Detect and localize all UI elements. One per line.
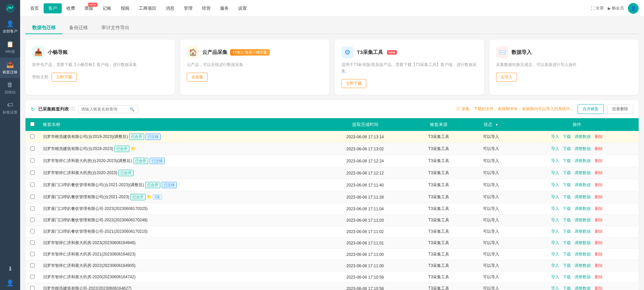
nav-client[interactable]: 客户	[44, 3, 62, 13]
sidebar-item-user[interactable]: 👤	[0, 276, 20, 290]
import-link[interactable]: 导入	[551, 183, 559, 187]
row-checkbox[interactable]	[30, 263, 35, 268]
import-link[interactable]: 导入	[551, 218, 559, 222]
delete-link[interactable]: 删除	[595, 218, 603, 222]
go-import-btn[interactable]: 去导入	[496, 73, 517, 82]
merge-btn[interactable]: 合并账套	[578, 104, 604, 114]
nav-home[interactable]: 首页	[25, 3, 44, 13]
nav-service[interactable]: 服务	[215, 3, 233, 13]
sidebar-item-recycle[interactable]: 🗑 回收站	[0, 78, 20, 98]
nav-manage[interactable]: 管理	[179, 3, 197, 13]
adjust-data-link[interactable]: 调整数据	[575, 195, 591, 199]
nav-business[interactable]: 工商项目	[134, 3, 161, 13]
delete-link[interactable]: 删除	[595, 170, 603, 175]
go-collect-btn[interactable]: 去采集	[187, 73, 208, 82]
import-link[interactable]: 导入	[551, 134, 559, 139]
delete-link[interactable]: 删除	[595, 263, 603, 268]
adjust-data-link[interactable]: 调整数据	[575, 206, 591, 211]
header-checkbox[interactable]	[25, 118, 39, 131]
header-status[interactable]: 状态 ▼	[467, 118, 515, 131]
delete-link[interactable]: 删除	[595, 286, 603, 290]
tab-audit-export[interactable]: 审计文件导出	[95, 22, 136, 33]
delete-link[interactable]: 删除	[595, 275, 603, 279]
nav-accounting[interactable]: 记账	[98, 3, 116, 13]
download-link[interactable]: 下载	[563, 229, 571, 234]
adjust-data-link[interactable]: 调整数据	[575, 286, 591, 290]
nav-invoice[interactable]: 票据 NEW	[80, 3, 98, 13]
download-now-btn[interactable]: 立即下载	[52, 73, 76, 82]
batch-delete-btn[interactable]: 批量删除	[607, 104, 633, 114]
download-link[interactable]: 下载	[563, 170, 571, 175]
tab-data-migrate[interactable]: 数据包迁移	[25, 22, 62, 34]
row-checkbox[interactable]	[30, 170, 35, 175]
adjust-data-link[interactable]: 调整数据	[575, 275, 591, 279]
search-input[interactable]	[81, 107, 128, 112]
import-link[interactable]: 导入	[551, 240, 559, 245]
download-link[interactable]: 下载	[563, 275, 571, 279]
adjust-data-link[interactable]: 调整数据	[575, 240, 591, 245]
folder-icon[interactable]: 📁	[131, 146, 136, 151]
import-link[interactable]: 导入	[551, 286, 559, 290]
adjust-data-link[interactable]: 调整数据	[575, 218, 591, 222]
delete-link[interactable]: 删除	[595, 146, 603, 151]
import-link[interactable]: 导入	[551, 146, 559, 151]
download-link[interactable]: 下载	[563, 218, 571, 222]
help-doc-link[interactable]: 帮助文档	[32, 74, 48, 80]
adjust-data-link[interactable]: 调整数据	[575, 146, 591, 151]
sidebar-item-all-clients[interactable]: 👤 全部客户	[0, 17, 20, 37]
import-link[interactable]: 导入	[551, 252, 559, 257]
row-checkbox[interactable]	[30, 252, 35, 256]
delete-link[interactable]: 删除	[595, 206, 603, 211]
import-link[interactable]: 导入	[551, 206, 559, 211]
nav-message[interactable]: 消息	[161, 3, 179, 13]
row-checkbox[interactable]	[30, 134, 35, 139]
download-link[interactable]: 下载	[563, 158, 571, 163]
import-link[interactable]: 导入	[551, 170, 559, 175]
search-icon[interactable]: 🔍	[129, 107, 135, 112]
adjust-data-link[interactable]: 调整数据	[575, 158, 591, 163]
row-checkbox[interactable]	[30, 183, 35, 187]
download-link[interactable]: 下载	[563, 146, 571, 151]
adjust-data-link[interactable]: 调整数据	[575, 263, 591, 268]
delete-link[interactable]: 删除	[595, 134, 603, 139]
row-checkbox[interactable]	[30, 218, 35, 222]
nav-settings[interactable]: 设置	[233, 3, 252, 13]
delete-link[interactable]: 删除	[595, 183, 603, 187]
refresh-icon[interactable]: ↻	[31, 106, 35, 112]
t3-download-btn[interactable]: 立即下载	[341, 79, 366, 88]
download-link[interactable]: 下载	[563, 183, 571, 187]
download-link[interactable]: 下载	[563, 286, 571, 290]
nav-tax[interactable]: 报税	[116, 3, 134, 13]
nav-operation[interactable]: 经营	[197, 3, 215, 13]
import-link[interactable]: 导入	[551, 275, 559, 279]
delete-link[interactable]: 删除	[595, 240, 603, 245]
row-checkbox[interactable]	[30, 229, 35, 233]
import-link[interactable]: 导入	[551, 229, 559, 234]
row-checkbox[interactable]	[30, 240, 35, 245]
import-link[interactable]: 导入	[551, 263, 559, 268]
import-link[interactable]: 导入	[551, 158, 559, 163]
delete-link[interactable]: 删除	[595, 252, 603, 257]
row-checkbox[interactable]	[30, 158, 35, 163]
folder-icon[interactable]: 📁	[147, 195, 152, 199]
adjust-data-link[interactable]: 调整数据	[575, 134, 591, 139]
download-link[interactable]: 下载	[563, 252, 571, 257]
download-link[interactable]: 下载	[563, 134, 571, 139]
ce-tag[interactable]: CE	[153, 194, 162, 200]
download-link[interactable]: 下载	[563, 206, 571, 211]
download-link[interactable]: 下载	[563, 263, 571, 268]
download-link[interactable]: 下载	[563, 240, 571, 245]
adjust-data-link[interactable]: 调整数据	[575, 229, 591, 234]
delete-link[interactable]: 删除	[595, 229, 603, 234]
sidebar-item-download[interactable]: ⬇	[0, 262, 20, 276]
sidebar-item-zero-declare[interactable]: 📋 0申报	[0, 37, 20, 58]
adjust-data-link[interactable]: 调整数据	[575, 183, 591, 187]
import-link[interactable]: 导入	[551, 195, 559, 199]
row-checkbox[interactable]	[30, 146, 35, 151]
fullscreen-btn[interactable]: ⛶ 全屏	[591, 5, 604, 11]
row-checkbox[interactable]	[30, 286, 35, 290]
sidebar-item-account-migrate[interactable]: 📤 账套迁移	[0, 58, 20, 78]
download-link[interactable]: 下载	[563, 195, 571, 199]
row-checkbox[interactable]	[30, 195, 35, 199]
tab-backup-migrate[interactable]: 备份迁移	[62, 22, 95, 33]
